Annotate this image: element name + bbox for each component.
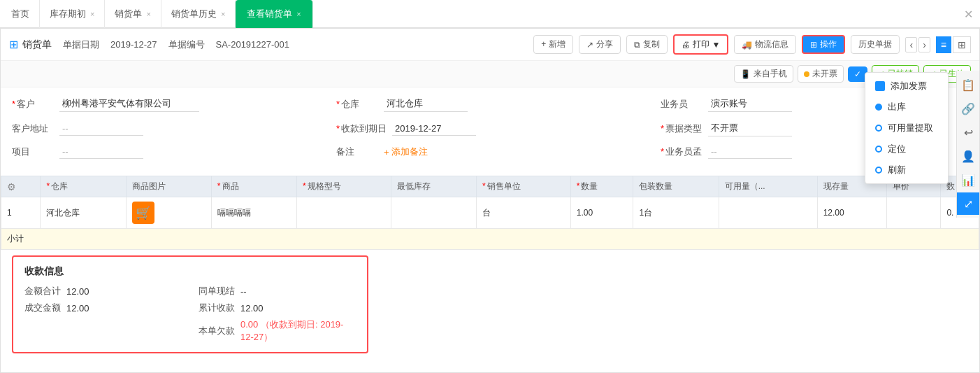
staff-label: 业务员 [661,98,702,111]
cumulative-receipt-label: 累计收款 [199,302,235,314]
sidebar-expand-icon[interactable]: ⤢ [957,192,979,215]
total-amount-item: 金额合计 12.00 [24,285,182,297]
add-invoice-item[interactable]: 添加发票 [865,76,948,97]
tab-sales-order[interactable]: 销货单 × [105,0,161,28]
col-min-stock: 最低库存 [391,176,476,197]
col-spec: 规格型号 [297,176,391,197]
phone-icon: 📱 [740,69,751,79]
copy-icon: ⧉ [634,40,640,50]
doc-date-label: 单据日期 [63,38,99,51]
form-row-3: 项目 -- 备注 + 添加备注 业务员孟 -- [12,145,968,159]
tab-inventory-init[interactable]: 库存期初 × [40,0,105,28]
tab-sales-history[interactable]: 销货单历史 × [161,0,236,28]
payment-date-value[interactable]: 2019-12-27 [392,122,476,136]
same-order-value: -- [240,286,247,297]
check-icon: ✓ [854,69,861,79]
tab-close-view[interactable]: × [296,10,301,18]
locate-icon [875,146,882,153]
current-arrears-label: 本单欠款 [199,325,235,337]
address-label: 客户地址 [12,122,54,135]
doc-type-label: 销货单 [22,38,52,51]
grid-icon: ⊞ [810,40,817,50]
sidebar-user-icon[interactable]: 👤 [957,145,979,167]
customer-field: 客户 柳州粤港平安气体有限公司 [12,96,319,112]
doc-actions: + 新增 ↗ 分享 ⧉ 复制 🖨 打印 ▼ 🚚 物流信息 [533,34,971,55]
sidebar-clipboard-icon[interactable]: 📋 [957,73,979,96]
total-amount-value: 12.00 [66,286,89,297]
col-image: 商品图片 [126,176,211,197]
dropdown-arrow-icon: ▼ [712,40,721,50]
tab-home[interactable]: 首页 [6,0,40,28]
plus-icon: + [384,147,389,157]
operations-button[interactable]: ⊞ 操作 [802,35,845,54]
transaction-amount-label: 成交金额 [24,302,61,314]
print-icon: 🖨 [682,40,690,50]
col-qty: 数量 [570,176,633,197]
tab-close-sales[interactable]: × [146,10,150,18]
print-button[interactable]: 🖨 打印 ▼ [673,34,729,55]
warehouse-value[interactable]: 河北仓库 [384,96,468,112]
not-open-button[interactable]: 未开票 [798,65,844,83]
new-button[interactable]: + 新增 [533,35,572,54]
locate-item[interactable]: 定位 [865,139,948,160]
sidebar-link-icon[interactable]: 🔗 [957,97,979,120]
add-note-button[interactable]: + 添加备注 [384,146,428,158]
cell-warehouse: 河北仓库 [41,197,126,229]
share-button[interactable]: ↗ 分享 [579,35,621,54]
tab-close-history[interactable]: × [221,10,225,18]
status-toolbar: 📱 来自手机 未开票 ✓ ✓ 已核销 ✓ 已生效 [1,61,979,87]
table-row: 1 河北仓库 🛒 嗝嗝嗝嗝 台 1.00 1台 12.00 [1,197,979,229]
tab-view-sales[interactable]: 查看销货单 × [236,0,312,28]
app-close-button[interactable]: ✕ [964,7,973,20]
cell-seq: 1 [1,197,41,229]
doc-date-value: 2019-12-27 [110,39,157,50]
col-pkg-qty: 包装数量 [633,176,719,197]
address-field: 客户地址 -- [12,122,319,136]
sidebar-return-icon[interactable]: ↩ [957,121,979,143]
from-phone-button[interactable]: 📱 来自手机 [734,65,793,83]
logistics-button[interactable]: 🚚 物流信息 [734,35,796,54]
cell-price [887,197,941,229]
form-row-1: 客户 柳州粤港平安气体有限公司 仓库 河北仓库 业务员 演示账号 [12,96,968,112]
address-value[interactable]: -- [59,122,143,136]
copy-button[interactable]: ⧉ 复制 [626,35,668,54]
sales-staff-value[interactable]: -- [708,145,792,159]
available-qty-item[interactable]: 可用量提取 [865,118,948,139]
cell-product: 嗝嗝嗝嗝 [211,197,296,229]
ticket-type-label: 票据类型 [661,122,702,135]
tab-close-inventory[interactable]: × [90,10,94,18]
document-header: ⊞ 销货单 单据日期 2019-12-27 单据编号 SA-20191227-0… [1,29,979,61]
main-content: ⊞ 销货单 单据日期 2019-12-27 单据编号 SA-20191227-0… [0,28,980,373]
warehouse-field: 仓库 河北仓库 [336,96,644,112]
truck-icon: 🚚 [742,40,752,50]
project-value[interactable]: -- [59,145,143,159]
next-arrow[interactable]: › [918,37,930,52]
refresh-item[interactable]: 刷新 [865,160,948,181]
prev-arrow[interactable]: ‹ [905,37,917,52]
view-list-button[interactable]: ≡ [936,36,951,53]
outbound-item[interactable]: 出库 [865,97,948,118]
product-image: 🛒 [132,202,154,224]
col-unit: 销售单位 [477,176,571,197]
available-qty-icon [875,125,882,132]
sidebar-chart-icon[interactable]: 📊 [957,169,979,191]
customer-value[interactable]: 柳州粤港平安气体有限公司 [59,96,199,112]
col-product: 商品 [211,176,296,197]
refresh-icon [875,167,882,174]
subtotal-label: 小计 [1,229,979,250]
view-grid-button[interactable]: ⊞ [953,36,971,53]
cell-min-stock [391,197,476,229]
cell-image: 🛒 [126,197,211,229]
history-button[interactable]: 历史单据 [851,35,900,54]
view-toggle: ≡ ⊞ [936,36,971,53]
doc-type-icon: ⊞ [9,38,18,51]
col-available: 可用量（... [719,176,817,197]
staff-value[interactable]: 演示账号 [708,96,792,112]
ticket-type-value[interactable]: 不开票 [708,120,792,136]
doc-title: ⊞ 销货单 [9,38,52,51]
col-settings[interactable]: ⚙ [1,176,41,197]
share-icon: ↗ [586,40,593,50]
subtotal-row: 小计 [1,229,979,250]
current-arrears-item: 本单欠款 0.00 （收款到期日: 2019-12-27） [199,318,356,344]
payment-date-field: 收款到期日 2019-12-27 [336,122,644,136]
